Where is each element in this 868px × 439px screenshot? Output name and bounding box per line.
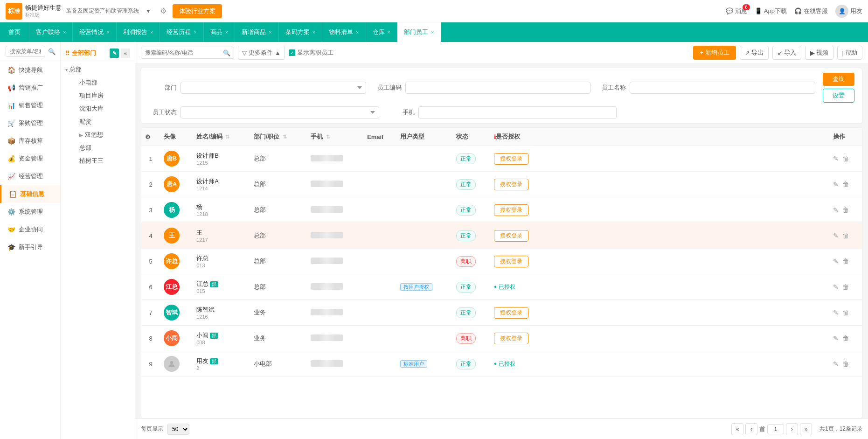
import-button[interactable]: ↙ 导入 xyxy=(772,46,801,60)
delete-icon[interactable]: 🗑 xyxy=(842,283,849,291)
delete-icon[interactable]: 🗑 xyxy=(842,360,849,368)
dropdown-arrow-icon[interactable]: ▾ xyxy=(143,6,154,17)
close-tab-bom[interactable]: × xyxy=(356,29,359,35)
sidebar-item-purchase[interactable]: 🛒 采购管理 xyxy=(0,114,60,132)
dept-node-shenyang[interactable]: 沈阳大库 xyxy=(72,102,135,115)
sidebar-item-system[interactable]: ⚙️ 系统管理 xyxy=(0,203,60,221)
more-filter-btn[interactable]: ▽ 更多条件 ▲ xyxy=(238,46,285,60)
sidebar-item-sales[interactable]: 📊 销售管理 xyxy=(0,97,60,114)
close-tab-customer[interactable]: × xyxy=(63,29,66,35)
close-tab-profit-report[interactable]: × xyxy=(150,29,153,35)
col-settings[interactable]: ⚙ xyxy=(141,128,160,146)
tab-customer[interactable]: 客户联络× xyxy=(29,22,73,42)
sidebar-item-marketing[interactable]: 📢 营销推广 xyxy=(0,79,60,97)
delete-icon[interactable]: 🗑 xyxy=(842,334,849,342)
dept-node-project-room[interactable]: 项目库房 xyxy=(72,89,135,102)
sidebar-item-inventory[interactable]: 📦 库存核算 xyxy=(0,132,60,150)
close-tab-dept-staff[interactable]: × xyxy=(431,29,434,35)
close-tab-business-history[interactable]: × xyxy=(194,29,196,35)
edit-icon[interactable]: ✎ xyxy=(833,181,839,188)
reset-button[interactable]: 设置 xyxy=(823,89,854,103)
sidebar-item-business[interactable]: 📈 经营管理 xyxy=(0,167,60,185)
edit-icon[interactable]: ✎ xyxy=(833,283,839,291)
edit-icon[interactable]: ✎ xyxy=(833,232,839,239)
show-resign-checkbox[interactable]: ✓ 显示离职员工 xyxy=(289,49,333,57)
tab-profit-report[interactable]: 利润报告× xyxy=(117,22,160,42)
col-dept-position[interactable]: 部门/职位 ⇅ xyxy=(250,128,307,146)
tab-goods[interactable]: 商品× xyxy=(204,22,235,42)
export-button[interactable]: ↗ 导出 xyxy=(740,46,769,60)
dept-select[interactable] xyxy=(181,82,366,94)
dept-collapse-icon[interactable]: « xyxy=(121,49,130,58)
tab-home[interactable]: 首页 xyxy=(0,22,29,42)
user-item[interactable]: 👤 用友 xyxy=(835,5,862,18)
tab-barcode[interactable]: 条码方案× xyxy=(279,22,322,42)
sidebar-item-basic-info[interactable]: 📋 基础信息 xyxy=(0,185,60,203)
auth-login-button[interactable]: 授权登录 xyxy=(494,204,528,216)
phone-input[interactable] xyxy=(418,106,617,118)
dept-node-plant[interactable]: 植树王三 xyxy=(72,154,135,167)
sidebar-search-input[interactable] xyxy=(6,46,45,57)
query-button[interactable]: 查询 xyxy=(823,73,854,86)
delete-icon[interactable]: 🗑 xyxy=(842,181,849,188)
auth-login-button[interactable]: 授权登录 xyxy=(494,307,528,319)
help-button[interactable]: | 帮助 xyxy=(837,46,862,60)
emp-name-input[interactable] xyxy=(630,82,815,94)
search-input[interactable] xyxy=(141,47,234,59)
video-button[interactable]: ▶ 视频 xyxy=(805,46,833,60)
dept-node-small-elec[interactable]: 小电部 xyxy=(72,76,135,89)
auth-login-button[interactable]: 授权登录 xyxy=(494,179,528,190)
edit-icon[interactable]: ✎ xyxy=(833,360,839,368)
tab-warehouse[interactable]: 仓库× xyxy=(366,22,397,42)
auth-login-button[interactable]: 授权登录 xyxy=(494,333,528,344)
sidebar-search-icon[interactable]: 🔍 xyxy=(48,48,56,55)
tab-business-history[interactable]: 经营历程× xyxy=(160,22,203,42)
add-employee-button[interactable]: + 新增员工 xyxy=(693,46,736,60)
delete-icon[interactable]: 🗑 xyxy=(842,309,849,316)
sidebar-item-quick-nav[interactable]: 🏠 快捷导航 xyxy=(0,61,60,79)
sidebar-item-guide[interactable]: 🎓 新手引导 xyxy=(0,238,60,256)
col-name-code[interactable]: 姓名/编码 ⇅ xyxy=(193,128,250,146)
emp-code-input[interactable] xyxy=(405,82,591,94)
next-page-btn[interactable]: › xyxy=(786,423,798,435)
edit-icon[interactable]: ✎ xyxy=(833,334,839,342)
auth-login-button[interactable]: 授权登录 xyxy=(494,230,528,242)
dept-node-distribution[interactable]: 配货 xyxy=(72,115,135,128)
close-tab-business-status[interactable]: × xyxy=(106,29,109,35)
edit-icon[interactable]: ✎ xyxy=(833,206,839,214)
auth-login-button[interactable]: 授权登录 xyxy=(494,256,528,267)
delete-icon[interactable]: 🗑 xyxy=(842,232,849,239)
edit-icon[interactable]: ✎ xyxy=(833,155,839,162)
delete-icon[interactable]: 🗑 xyxy=(842,155,849,162)
page-number-input[interactable] xyxy=(767,424,784,434)
delete-icon[interactable]: 🗑 xyxy=(842,258,849,265)
sidebar-item-collab[interactable]: 🤝 企业协同 xyxy=(0,221,60,238)
prev-page-btn[interactable]: ‹ xyxy=(745,423,757,435)
page-size-select[interactable]: 50 xyxy=(167,424,189,435)
online-service-item[interactable]: 🎧 在线客服 xyxy=(794,7,828,15)
message-item[interactable]: 💬 消息 6 xyxy=(726,7,747,15)
app-download-item[interactable]: 📱 App下载 xyxy=(755,7,787,15)
tab-new-goods[interactable]: 新增商品× xyxy=(235,22,278,42)
col-phone[interactable]: 手机 ⇅ xyxy=(307,128,363,146)
tab-business-status[interactable]: 经营情况× xyxy=(73,22,116,42)
auth-login-button[interactable]: 授权登录 xyxy=(494,153,528,165)
close-tab-warehouse[interactable]: × xyxy=(388,29,390,35)
close-tab-goods[interactable]: × xyxy=(225,29,228,35)
edit-icon[interactable]: ✎ xyxy=(833,309,839,316)
tab-bom[interactable]: 物料清单× xyxy=(322,22,366,42)
first-page-btn[interactable]: « xyxy=(731,423,743,435)
sidebar-item-finance[interactable]: 💰 资金管理 xyxy=(0,150,60,167)
close-tab-new-goods[interactable]: × xyxy=(269,29,271,35)
trial-button[interactable]: 体验行业方案 xyxy=(173,4,222,18)
delete-icon[interactable]: 🗑 xyxy=(842,206,849,214)
last-page-btn[interactable]: » xyxy=(800,423,812,435)
close-tab-barcode[interactable]: × xyxy=(312,29,315,35)
tab-dept-staff[interactable]: 部门员工× xyxy=(397,22,441,42)
dept-edit-icon[interactable]: ✎ xyxy=(110,49,119,58)
edit-icon[interactable]: ✎ xyxy=(833,258,839,265)
dept-node-double[interactable]: ▶ 双疤想 xyxy=(72,128,135,141)
dept-node-headquarters-parent[interactable]: ▾ 总部 xyxy=(61,63,135,76)
dept-node-hq[interactable]: 总部 xyxy=(72,141,135,154)
settings-icon[interactable]: ⚙ xyxy=(158,6,169,17)
